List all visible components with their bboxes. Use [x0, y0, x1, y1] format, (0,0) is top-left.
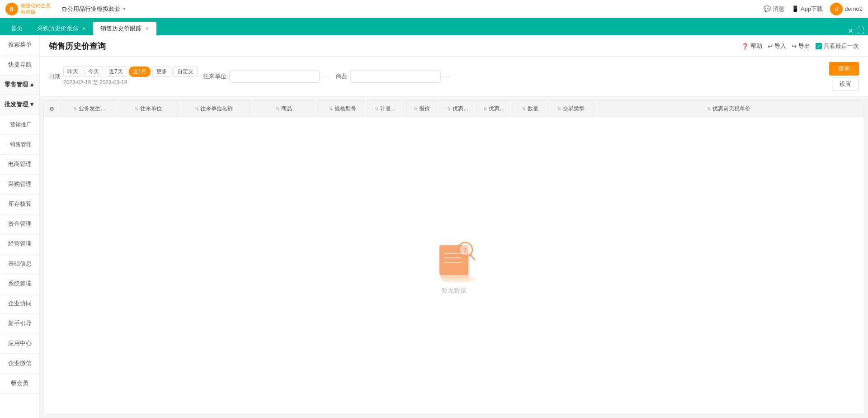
user-profile-button[interactable]: d demo2: [830, 3, 863, 15]
partner-input[interactable]: [229, 70, 320, 83]
product-input-wrapper: ···: [350, 70, 451, 83]
sidebar-item-operations[interactable]: 经营管理: [0, 234, 39, 254]
th-price[interactable]: ⇅ 报价: [404, 101, 440, 117]
sort-notax-icon: ⇅: [707, 106, 711, 111]
page-actions: ❓ 帮助 ↩ 导入 ↪ 导出 ✓ 只看最后一次: [741, 42, 859, 50]
tab-maximize-icon[interactable]: ⛶: [857, 27, 864, 35]
sidebar-item-app-center[interactable]: 应用中心: [0, 334, 39, 354]
th-product[interactable]: ⇅ 商品: [250, 101, 318, 117]
message-icon: 💬: [764, 5, 771, 12]
sort-unit-icon: ⇅: [375, 106, 378, 111]
th-discount2[interactable]: ⇅ 优惠...: [476, 101, 512, 117]
only-last-checkbox[interactable]: ✓ 只看最后一次: [816, 42, 859, 50]
date-btn-more[interactable]: 更多: [152, 66, 171, 77]
partner-dots-icon: ···: [321, 72, 330, 81]
help-icon: ❓: [741, 43, 749, 50]
sidebar-item-sales-mgmt[interactable]: 销售管理: [0, 135, 39, 155]
export-icon: ↪: [792, 43, 797, 50]
sort-trade-icon: ⇅: [557, 106, 561, 111]
sidebar: 搜索菜单 快捷导航 零售管理 ▲ 批发管理 ▼ 营销推广 销售管理 电商管理 采…: [0, 35, 40, 418]
tab-close-all-icon[interactable]: ✕: [848, 27, 854, 35]
page-header: 销售历史价查询 ❓ 帮助 ↩ 导入 ↪ 导出 ✓: [40, 35, 868, 57]
top-bar-left: 6 畅捷信好生意 标准版 办公用品行业模拟账套 ▼: [5, 3, 127, 15]
tab-purchase-history[interactable]: 采购历史价跟踪 ✕: [30, 22, 93, 35]
partner-input-wrapper: ···: [229, 70, 330, 83]
th-qty[interactable]: ⇅ 数量: [512, 101, 548, 117]
tab-sales-history-close-icon[interactable]: ✕: [145, 26, 149, 32]
sidebar-item-search-menu[interactable]: 搜索菜单: [0, 35, 39, 55]
table-container: ⚙ ⇅ 业务发生... ⇅ 往来单位 ⇅ 往来单位名称 ⇅ 商品: [43, 100, 864, 414]
sidebar-item-enterprise-wechat[interactable]: 企业微信: [0, 354, 39, 374]
empty-illustration: ?: [431, 236, 476, 281]
sort-product-icon: ⇅: [276, 106, 279, 111]
th-trade[interactable]: ⇅ 交易类型: [548, 101, 594, 117]
query-button[interactable]: 查询: [829, 62, 859, 76]
date-label: 日期: [49, 72, 61, 81]
sidebar-item-vip[interactable]: 畅会员: [0, 374, 39, 394]
sidebar-item-purchase[interactable]: 采购管理: [0, 175, 39, 195]
retail-arrow-icon: ▲: [29, 81, 35, 89]
date-btn-1month[interactable]: 近1月: [129, 66, 151, 77]
message-button[interactable]: 💬 消息: [764, 5, 784, 13]
checkbox-icon: ✓: [816, 43, 822, 49]
date-btn-yesterday[interactable]: 昨天: [63, 66, 82, 77]
settings-gear-icon: ⚙: [49, 106, 54, 112]
date-filter-group: 日期 昨天 今天 近7天 近1月 更多 自定义 2023-02-18 至 202…: [49, 66, 198, 86]
page-title: 销售历史价查询: [49, 41, 106, 52]
sidebar-item-basic-info[interactable]: 基础信息: [0, 254, 39, 274]
sidebar-item-finance[interactable]: 资金管理: [0, 214, 39, 234]
product-dots-icon: ···: [443, 72, 451, 81]
svg-text:?: ?: [463, 247, 467, 254]
product-label: 商品: [336, 72, 348, 81]
th-notax-price[interactable]: ⇅ 优惠前无税单价: [594, 101, 864, 117]
th-date[interactable]: ⇅ 业务发生...: [60, 101, 119, 117]
logo-area: 6 畅捷信好生意 标准版: [5, 3, 51, 15]
app-selector-arrow-icon: ▼: [122, 6, 127, 11]
empty-text: 暂无数据: [441, 287, 467, 295]
sidebar-item-quick-nav[interactable]: 快捷导航: [0, 55, 39, 75]
th-discount1[interactable]: ⇅ 优惠...: [440, 101, 476, 117]
th-unit[interactable]: ⇅ 计量...: [368, 101, 404, 117]
date-buttons: 昨天 今天 近7天 近1月 更多 自定义: [63, 66, 198, 77]
settings-button[interactable]: 设置: [832, 77, 859, 91]
th-settings[interactable]: ⚙: [44, 101, 60, 117]
sidebar-item-enterprise[interactable]: 企业协同: [0, 294, 39, 314]
sidebar-item-marketing[interactable]: 营销推广: [0, 115, 39, 135]
product-input[interactable]: [350, 70, 441, 83]
import-icon: ↩: [768, 43, 773, 50]
sidebar-item-retail-mgmt[interactable]: 零售管理 ▲: [0, 75, 39, 95]
svg-line-9: [470, 255, 475, 260]
th-spec[interactable]: ⇅ 规格型号: [318, 101, 368, 117]
content-area: 销售历史价查询 ❓ 帮助 ↩ 导入 ↪ 导出 ✓: [40, 35, 868, 418]
date-btn-today[interactable]: 今天: [84, 66, 103, 77]
avatar: d: [830, 3, 843, 15]
tab-bar-right: ✕ ⛶: [848, 27, 864, 35]
sort-discount1-icon: ⇅: [447, 106, 451, 111]
date-btn-custom[interactable]: 自定义: [173, 66, 198, 77]
date-btn-7days[interactable]: 近7天: [105, 66, 127, 77]
tab-purchase-history-close-icon[interactable]: ✕: [82, 26, 86, 32]
logo-text: 畅捷信好生意 标准版: [21, 3, 51, 14]
sidebar-item-inventory[interactable]: 库存核算: [0, 195, 39, 214]
app-selector[interactable]: 办公用品行业模拟账套 ▼: [61, 5, 127, 13]
sort-price-icon: ⇅: [414, 106, 417, 111]
filter-area: 日期 昨天 今天 近7天 近1月 更多 自定义 2023-02-18 至 202…: [40, 57, 868, 97]
th-partner-code[interactable]: ⇅ 往来单位: [119, 101, 178, 117]
sidebar-item-ecommerce[interactable]: 电商管理: [0, 155, 39, 175]
filter-row: 日期 昨天 今天 近7天 近1月 更多 自定义 2023-02-18 至 202…: [49, 62, 859, 91]
tab-home[interactable]: 首页: [4, 22, 30, 35]
sidebar-item-wholesale-mgmt[interactable]: 批发管理 ▼: [0, 95, 39, 115]
sidebar-item-system[interactable]: 系统管理: [0, 274, 39, 294]
export-button[interactable]: ↪ 导出: [792, 42, 810, 50]
logo-icon: 6: [5, 3, 18, 15]
th-partner-name[interactable]: ⇅ 往来单位名称: [178, 101, 250, 117]
tab-sales-history[interactable]: 销售历史价跟踪 ✕: [93, 22, 156, 35]
sort-discount2-icon: ⇅: [483, 106, 487, 111]
sidebar-item-newbie[interactable]: 新手引导: [0, 314, 39, 334]
sort-partner-code-icon: ⇅: [135, 106, 138, 111]
top-bar-right: 💬 消息 📱 App下载 d demo2: [764, 3, 863, 15]
import-button[interactable]: ↩ 导入: [768, 42, 786, 50]
table-header: ⚙ ⇅ 业务发生... ⇅ 往来单位 ⇅ 往来单位名称 ⇅ 商品: [44, 101, 864, 117]
app-download-button[interactable]: 📱 App下载: [792, 5, 823, 13]
help-button[interactable]: ❓ 帮助: [741, 42, 762, 50]
